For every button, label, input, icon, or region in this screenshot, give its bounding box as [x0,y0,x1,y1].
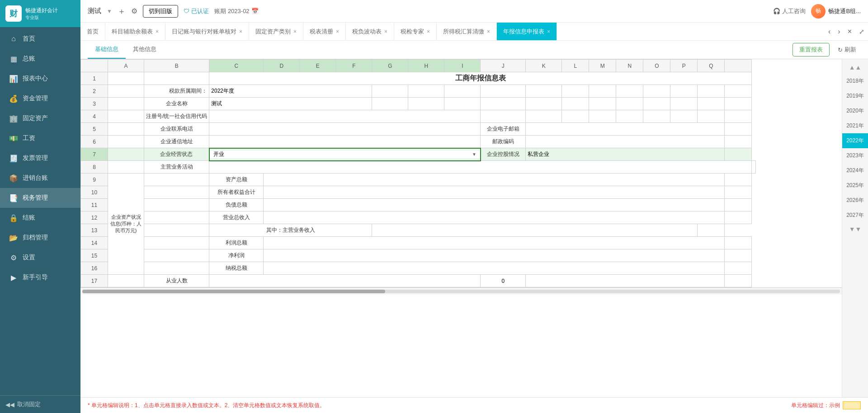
service-button[interactable]: 🎧 人工咨询 [773,7,806,15]
tab-annual-report[interactable]: 年报信息申报表 × [497,23,557,40]
cell-2-M[interactable] [589,85,616,98]
cell-9-D[interactable] [264,174,725,186]
sub-tab-basic[interactable]: 基础信息 [88,41,126,59]
cell-4-P[interactable] [670,110,698,123]
year-item-2023[interactable]: 2023年 [842,148,868,163]
cell-1-B[interactable] [144,72,209,85]
tab-fixed-assets-cat[interactable]: 固定资产类别 × [249,23,303,40]
cell-4-C[interactable] [209,110,481,123]
cell-4-M[interactable] [589,110,616,123]
refresh-button[interactable]: ↻ 刷新 [833,43,861,56]
cell-4-K[interactable] [526,110,562,123]
add-button[interactable]: ＋ [118,6,126,17]
sidebar-item-home[interactable]: ⌂ 首页 [0,29,80,49]
cell-7-dropdown[interactable]: 开业 ▼ [209,148,481,161]
cell-8-A[interactable] [108,161,144,174]
cell-7-K[interactable]: 私营企业 [526,148,725,161]
tab-home[interactable]: 首页 [80,23,105,40]
sidebar-item-settings[interactable]: ⚙ 设置 [0,248,80,268]
tab-close-aux-balance[interactable]: × [156,28,159,35]
col-header-O[interactable]: O [643,60,670,72]
cell-2-N[interactable] [616,85,643,98]
project-chevron-icon[interactable]: ▼ [107,8,112,14]
cell-2-L[interactable] [562,85,589,98]
cell-4-O[interactable] [643,110,670,123]
sidebar-item-close[interactable]: 🔒 结账 [0,208,80,228]
cell-2-J[interactable] [481,85,526,98]
cell-14-D[interactable] [264,237,725,249]
cell-2-Q[interactable] [698,85,725,98]
year-item-2019[interactable]: 2019年 [842,89,868,103]
cell-3-A[interactable] [108,98,144,110]
tab-journal-bank[interactable]: 日记账与银行对账单核对 × [165,23,249,40]
col-header-H[interactable]: H [408,60,444,72]
cell-8-C[interactable] [209,161,752,174]
cell-1-A[interactable] [108,72,144,85]
col-header-Q[interactable]: Q [698,60,725,72]
calendar-icon[interactable]: 📅 [251,8,259,14]
cell-7-A[interactable] [108,148,144,161]
cell-3-N[interactable] [616,98,643,110]
cell-13-G[interactable] [372,224,698,237]
cell-4-L[interactable] [562,110,589,123]
col-header-K[interactable]: K [526,60,562,72]
cell-3-I[interactable] [444,98,481,110]
dropdown-arrow-icon[interactable]: ▼ [472,152,476,157]
sidebar-item-invoice[interactable]: 🧾 发票管理 [0,148,80,168]
cell-2-A[interactable] [108,85,144,98]
cell-3-C[interactable]: 测试 [209,98,372,110]
scrollbar-thumb[interactable] [82,290,385,293]
col-header-B[interactable]: B [144,60,209,72]
cell-4-N[interactable] [616,110,643,123]
cell-16-B[interactable] [144,262,209,275]
col-header-L[interactable]: L [562,60,589,72]
col-header-C[interactable]: C [209,60,264,72]
col-header-D[interactable]: D [264,60,300,72]
cell-3-Q[interactable] [698,98,725,110]
cell-6-A[interactable] [108,136,144,148]
col-header-M[interactable]: M [589,60,616,72]
cell-3-H[interactable] [408,98,444,110]
cell-5-A[interactable] [108,123,144,136]
cell-10-D[interactable] [264,186,725,199]
tab-close-tax-form[interactable]: × [336,28,339,35]
tab-tax-risk[interactable]: 税负波动表 × [346,23,394,40]
cell-17-K[interactable] [526,275,725,287]
col-header-P[interactable]: P [670,60,698,72]
cell-17-J[interactable]: 0 [481,275,526,287]
sidebar-item-ledger[interactable]: ▦ 总账 [0,49,80,69]
sidebar-item-tax[interactable]: 📑 税务管理 [0,188,80,208]
sub-tab-other[interactable]: 其他信息 [126,41,164,59]
year-item-2020[interactable]: 2020年 [842,103,868,118]
sidebar-item-assets[interactable]: 🏢 固定资产 [0,108,80,128]
sidebar-item-salary[interactable]: 💵 工资 [0,128,80,148]
tab-prev-button[interactable]: ‹ [825,28,834,36]
year-item-2025[interactable]: 2025年 [842,178,868,193]
tab-tax-form[interactable]: 税表清册 × [303,23,346,40]
cell-9-B[interactable] [144,174,209,186]
cell-11-D[interactable] [264,199,725,211]
cell-3-O[interactable] [643,98,670,110]
cell-3-K[interactable] [526,98,562,110]
cell-4-Q[interactable] [698,110,725,123]
cell-5-C[interactable] [209,123,481,136]
settings-button[interactable]: ⚙ [131,7,137,15]
cell-2-P[interactable] [670,85,698,98]
cell-14-B[interactable] [144,237,209,249]
cell-4-J[interactable] [481,110,526,123]
cell-10-B[interactable] [144,186,209,199]
cell-2-G[interactable] [372,85,408,98]
year-item-2027[interactable]: 2027年 [842,208,868,223]
cell-3-L[interactable] [562,98,589,110]
cell-3-M[interactable] [589,98,616,110]
cell-17-A[interactable] [108,275,144,287]
cell-3-P[interactable] [670,98,698,110]
col-header-I[interactable]: I [444,60,481,72]
sidebar-item-purchase[interactable]: 📦 进销台账 [0,168,80,188]
cell-11-B[interactable] [144,199,209,211]
cell-4-A[interactable] [108,110,144,123]
tab-close-income-tax[interactable]: × [487,28,490,35]
cell-5-K[interactable] [526,123,725,136]
col-header-G[interactable]: G [372,60,408,72]
col-header-J[interactable]: J [481,60,526,72]
